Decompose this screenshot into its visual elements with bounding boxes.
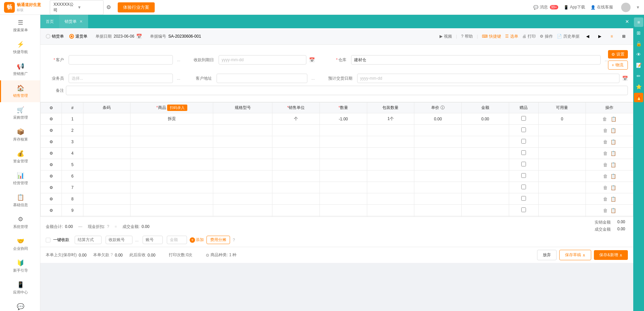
view-grid-btn[interactable]: ⊞	[620, 32, 628, 40]
salesperson-dots[interactable]: ...	[177, 76, 180, 81]
expense-split-btn[interactable]: 费用分摊	[206, 236, 230, 244]
col-settings-header[interactable]: ⚙	[41, 103, 62, 113]
rpanel-edit-btn[interactable]: ✏	[634, 71, 643, 81]
toolbar-select[interactable]: ☰ 选单	[505, 34, 518, 39]
sidebar-item-inventory[interactable]: 📦 库存核算	[0, 124, 40, 146]
sidebar-item-search[interactable]: ☰ 搜索菜单	[0, 15, 40, 37]
row-qty[interactable]: -1.00	[319, 113, 367, 125]
tab-sales-order[interactable]: 销货单 ✕	[59, 15, 88, 28]
copy-icon[interactable]: 📋	[610, 162, 616, 167]
toolbar-shortcut[interactable]: ⌨ 快捷键	[482, 34, 501, 39]
app-download-btn[interactable]: 📱 App下载	[564, 4, 585, 10]
copy-icon[interactable]: 📋	[610, 185, 616, 190]
nav-next-btn[interactable]: ▶	[596, 32, 604, 40]
sidebar-item-guide[interactable]: 🔰 新手引导	[0, 255, 40, 277]
copy-icon[interactable]: 📋	[610, 196, 616, 202]
amount-input[interactable]: 金额	[167, 236, 187, 244]
rpanel-list-btn[interactable]: ≡	[634, 17, 643, 27]
settings-btn[interactable]: ⚙ 设置	[608, 50, 628, 59]
radio-return[interactable]: 退货单	[69, 34, 87, 39]
customer-dots[interactable]: ...	[177, 57, 180, 62]
delete-icon[interactable]: 🗑	[603, 139, 608, 145]
customer-addr-dots[interactable]: ...	[311, 76, 315, 81]
toolbar-video[interactable]: ▶ 视频	[440, 34, 452, 39]
copy-icon[interactable]: 📋	[610, 173, 616, 179]
row-gift[interactable]	[509, 113, 538, 125]
delete-icon[interactable]: 🗑	[603, 208, 608, 213]
toolbar-history[interactable]: 📄 历史单据	[557, 34, 579, 39]
row-price[interactable]: 0.00	[414, 113, 462, 125]
message-btn[interactable]: 💬 消息 99+	[533, 4, 558, 10]
flow-btn[interactable]: + 物流	[608, 61, 628, 70]
sidebar-item-app-center[interactable]: 📱 应用中心	[0, 277, 40, 299]
sidebar-item-enterprise[interactable]: 🤝 企业协同	[0, 233, 40, 255]
copy-icon[interactable]: 📋	[610, 151, 616, 156]
sidebar-item-wechat[interactable]: 💬 企业微信	[0, 299, 40, 311]
view-list-btn[interactable]: ≡	[608, 32, 616, 40]
copy-icon[interactable]: 📋	[610, 128, 616, 133]
due-date-input[interactable]: yyyy-mm-dd	[219, 55, 306, 65]
row-settings[interactable]: ⚙	[41, 113, 62, 125]
customer-addr-input[interactable]	[217, 74, 307, 83]
account-dots[interactable]: ...	[135, 238, 139, 242]
calendar-icon[interactable]: 📅	[136, 34, 142, 39]
delete-icon[interactable]: 🗑	[603, 173, 608, 179]
copy-icon[interactable]: 📋	[611, 116, 616, 122]
online-service-btn[interactable]: 👤 在线客服	[591, 4, 613, 10]
dropdown-arrow-icon[interactable]: ∧	[619, 253, 622, 258]
discard-btn[interactable]: 放弃	[537, 250, 557, 260]
delete-icon[interactable]: 🗑	[602, 116, 607, 122]
rpanel-note-btn[interactable]: 📝	[634, 61, 643, 70]
delete-icon[interactable]: 🗑	[603, 185, 608, 190]
company-selector[interactable]: XXXXXX公司 ▼	[50, 0, 104, 15]
delete-icon[interactable]: 🗑	[603, 196, 608, 202]
discount-help[interactable]: ?	[107, 224, 109, 229]
remark-input[interactable]	[66, 86, 628, 95]
delete-icon[interactable]: 🗑	[603, 128, 608, 133]
rpanel-eye-btn[interactable]: 👁	[634, 50, 643, 59]
rpanel-fire-btn[interactable]: 🔥	[634, 93, 643, 102]
row-barcode[interactable]	[83, 113, 130, 125]
sidebar-item-system[interactable]: ⚙ 系统管理	[0, 211, 40, 233]
account-input[interactable]: 账号	[143, 236, 163, 244]
dropdown-arrow-icon[interactable]: ∧	[582, 253, 585, 258]
settings-icon-btn[interactable]: ⚙	[106, 4, 111, 10]
add-btn[interactable]: + 添加	[190, 237, 204, 243]
sidebar-item-quick-nav[interactable]: ⚡ 快捷导航	[0, 37, 40, 59]
expense-help-icon[interactable]: ?	[233, 238, 235, 242]
delivery-date-calendar-icon[interactable]: 📅	[622, 76, 628, 81]
sidebar-item-purchase[interactable]: 🛒 采购管理	[0, 102, 40, 124]
rpanel-grid-btn[interactable]: ⊞	[634, 28, 643, 38]
calc-method-select[interactable]: 结算方式	[75, 236, 102, 244]
tab-close-all[interactable]: ✕	[625, 19, 633, 24]
salesperson-input[interactable]: 选择...	[69, 74, 173, 83]
sidebar-item-base-info[interactable]: 📋 基础信息	[0, 190, 40, 211]
warehouse-dots[interactable]: ...	[605, 57, 608, 62]
toolbar-print[interactable]: 🖨 打印	[522, 34, 536, 39]
delete-icon[interactable]: 🗑	[603, 151, 608, 156]
tab-close-icon[interactable]: ✕	[79, 19, 83, 24]
tab-home[interactable]: 首页	[40, 15, 59, 28]
row-unit[interactable]: 个	[272, 113, 320, 125]
trial-btn[interactable]: 体验行业方案	[118, 2, 155, 12]
row-pkgqty[interactable]: 1个	[367, 113, 414, 125]
delete-icon[interactable]: 🗑	[603, 162, 608, 167]
toolbar-operate[interactable]: ⚙ 操作	[540, 34, 553, 39]
radio-sales[interactable]: 销货单	[46, 34, 64, 39]
copy-icon[interactable]: 📋	[610, 139, 616, 145]
toolbar-help[interactable]: ? 帮助	[461, 34, 473, 39]
nav-prev-btn[interactable]: ◀	[583, 32, 592, 40]
row-amount[interactable]: 0.00	[461, 113, 509, 125]
rpanel-star-btn[interactable]: ⭐	[634, 82, 643, 91]
save-draft-btn[interactable]: 保存草稿 ∧	[559, 250, 591, 260]
row-product[interactable]: 拆贡	[130, 113, 213, 125]
account-select[interactable]: 收款账号	[106, 236, 132, 244]
sidebar-item-finance[interactable]: 💰 资金管理	[0, 146, 40, 168]
copy-icon[interactable]: 📋	[610, 208, 616, 213]
sidebar-item-operations[interactable]: 📊 经营管理	[0, 168, 40, 190]
row-spec[interactable]	[213, 113, 272, 125]
customer-input[interactable]	[69, 55, 173, 65]
save-new-btn[interactable]: 保存&新增 ∧	[594, 250, 628, 260]
warehouse-input[interactable]: 建材仓	[351, 55, 601, 65]
sidebar-item-sales[interactable]: 🏠 销售管理	[0, 80, 40, 102]
